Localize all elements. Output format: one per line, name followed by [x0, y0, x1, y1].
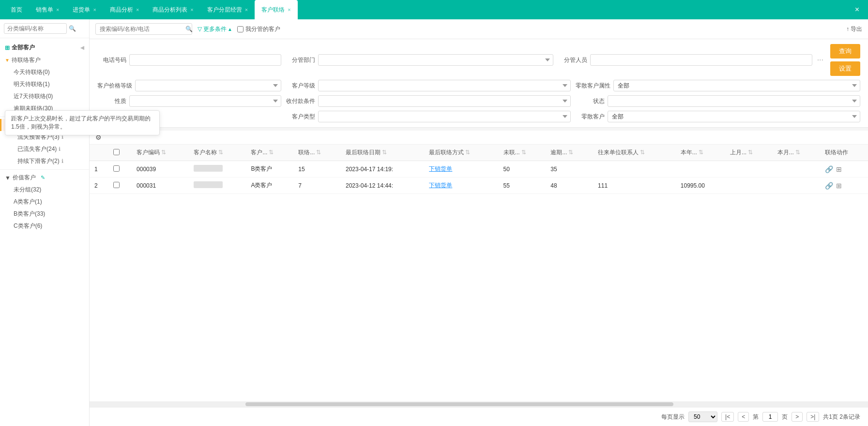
price-level-label: 客户价格等级: [97, 82, 132, 90]
row1-checkbox[interactable]: [113, 165, 120, 172]
nav-item-analysis-list[interactable]: 商品分析列表 ×: [146, 0, 200, 19]
sidebar-search-input[interactable]: [4, 23, 67, 34]
row2-checkbox[interactable]: [113, 182, 120, 188]
retail-attr-select[interactable]: 全部: [613, 80, 860, 91]
col-last-date[interactable]: 最后联络日期⇅: [341, 145, 424, 161]
dept-select[interactable]: [318, 54, 553, 66]
close-customer-contact-icon[interactable]: ×: [288, 7, 290, 13]
person-more-icon[interactable]: ···: [815, 56, 825, 64]
my-customers-checkbox[interactable]: [237, 26, 244, 32]
col-seq: [90, 145, 108, 161]
col-level[interactable]: 客户...⇅: [246, 145, 293, 161]
page-prefix-label: 第: [753, 413, 759, 421]
col-last-month[interactable]: 上月...⇅: [725, 145, 773, 161]
cell-check-2[interactable]: [108, 177, 132, 194]
col-this-year[interactable]: 本年...⇅: [676, 145, 725, 161]
search-input[interactable]: [95, 23, 192, 35]
last-page-button[interactable]: >|: [807, 412, 819, 422]
col-unit-contact[interactable]: 往来单位联系人⇅: [593, 145, 676, 161]
nav-item-purchase[interactable]: 进货单 ×: [66, 0, 103, 19]
sidebar-item-7days[interactable]: 近7天待联络(0): [0, 90, 89, 103]
more-conditions-button[interactable]: ▽ 更多条件 ▲: [198, 25, 232, 33]
close-sales-icon[interactable]: ×: [56, 7, 59, 13]
page-suffix-label: 页: [782, 413, 788, 421]
col-overdue[interactable]: 逾期...⇅: [546, 145, 593, 161]
edit-icon[interactable]: ✎: [41, 175, 45, 181]
my-customers-checkbox-label[interactable]: 我分管的客户: [237, 25, 280, 33]
dept-label: 分管部门: [286, 56, 315, 64]
scrollbar-thumb[interactable]: [245, 402, 673, 406]
close-customer-layer-icon[interactable]: ×: [245, 7, 248, 13]
link-icon-2[interactable]: 🔗: [825, 182, 833, 190]
sidebar-item-b-class[interactable]: B类客户(33): [0, 208, 89, 220]
col-unreached[interactable]: 未联...⇅: [499, 145, 546, 161]
cell-check-1[interactable]: [108, 161, 132, 177]
grid-action-icon-1[interactable]: ⊞: [836, 165, 842, 173]
horizontal-scrollbar[interactable]: [90, 401, 868, 407]
filter-row-2: 客户价格等级 客户等级 零散客户属性 全部: [97, 80, 860, 91]
collapse-icon[interactable]: ◀: [80, 45, 84, 50]
filter-retail-attr: 零散客户属性 全部: [576, 80, 860, 91]
col-code[interactable]: 客户编码⇅: [132, 145, 189, 161]
sidebar-item-tomorrow[interactable]: 明天待联络(1): [0, 78, 89, 90]
prev-page-button[interactable]: <: [738, 412, 749, 422]
close-all-tabs-button[interactable]: ×: [850, 5, 864, 14]
nav-item-sales[interactable]: 销售单 ×: [29, 0, 66, 19]
main-content: 距客户上次交易时长，超过了此客户的平均交易周期的1.5倍，则视为异常。 🔍 ▽ …: [90, 19, 868, 426]
col-last-method[interactable]: 最后联络方式⇅: [424, 145, 498, 161]
customer-type-select[interactable]: [318, 111, 571, 122]
table-wrapper[interactable]: 客户编码⇅ 客户名称⇅ 客户...⇅ 联络...⇅ 最后联络日期⇅ 最后联络方式…: [90, 145, 868, 401]
phone-input[interactable]: [129, 54, 281, 66]
divider-2: [0, 169, 89, 170]
gender-label: 性质: [97, 97, 126, 105]
export-button[interactable]: ↑ 导出: [846, 25, 862, 33]
query-button[interactable]: 查询: [830, 44, 860, 59]
customer-type-label: 客户类型: [286, 113, 315, 121]
gender-select[interactable]: [129, 95, 281, 107]
col-contact[interactable]: 联络...⇅: [293, 145, 341, 161]
close-purchase-icon[interactable]: ×: [93, 7, 96, 13]
cell-overdue-1: 35: [546, 161, 593, 177]
close-analysis-icon[interactable]: ×: [136, 7, 139, 13]
per-page-select[interactable]: 50: [688, 411, 717, 422]
sidebar-item-declining[interactable]: 持续下滑客户(2) ℹ: [0, 155, 89, 167]
settings-button[interactable]: 设置: [830, 61, 860, 76]
close-analysis-list-icon[interactable]: ×: [190, 7, 193, 13]
nav-item-analysis[interactable]: 商品分析 ×: [103, 0, 146, 19]
filter-row-3: 性质 收付款条件 状态: [97, 95, 860, 107]
page-input[interactable]: [762, 412, 778, 422]
sidebar-section-pending[interactable]: ▼ 待联络客户: [0, 54, 89, 66]
search-icon[interactable]: 🔍: [185, 26, 193, 32]
person-input[interactable]: [590, 54, 812, 66]
grid-action-icon-2[interactable]: ⊞: [836, 182, 842, 190]
sidebar-item-lost[interactable]: 已流失客户(24) ℹ: [0, 143, 89, 155]
cell-this-month-1: [773, 161, 820, 177]
status-select[interactable]: [608, 95, 860, 107]
next-page-button[interactable]: >: [792, 412, 803, 422]
sidebar-item-today[interactable]: 今天待联络(0): [0, 66, 89, 78]
col-this-month[interactable]: 本月...⇅: [773, 145, 820, 161]
sidebar-item-ungroup[interactable]: 未分组(32): [0, 184, 89, 196]
link-icon-1[interactable]: 🔗: [825, 165, 833, 173]
price-level-select[interactable]: [135, 80, 281, 91]
first-page-button[interactable]: |<: [721, 412, 734, 422]
sidebar-section-value[interactable]: ▼ 价值客户 ✎: [0, 172, 89, 184]
cell-last-method-2[interactable]: 下销货单: [424, 177, 498, 194]
customer-level-select[interactable]: [318, 80, 571, 91]
sidebar-item-c-class[interactable]: C类客户(6): [0, 220, 89, 232]
nav-item-customer-layer[interactable]: 客户分层经营 ×: [200, 0, 255, 19]
nav-item-home[interactable]: 首页: [4, 0, 29, 19]
sidebar-search-icon[interactable]: 🔍: [69, 25, 76, 32]
cell-last-date-2: 2023-04-12 14:44:: [341, 177, 424, 194]
nav-item-customer-contact[interactable]: 客户联络 ×: [255, 0, 297, 19]
cell-action-1: 🔗 ⊞: [820, 161, 868, 177]
cell-last-method-1[interactable]: 下销货单: [424, 161, 498, 177]
chevron-down-icon: ▲: [228, 27, 232, 32]
retail-select[interactable]: 全部: [608, 111, 860, 122]
select-all-checkbox[interactable]: [113, 149, 120, 155]
payment-select[interactable]: [318, 95, 571, 107]
col-name[interactable]: 客户名称⇅: [189, 145, 246, 161]
sidebar-item-a-class[interactable]: A类客户(1): [0, 196, 89, 208]
per-page-label: 每页显示: [661, 413, 685, 421]
sidebar-root-all-customers[interactable]: ⊞ 全部客户 ◀: [0, 41, 89, 54]
